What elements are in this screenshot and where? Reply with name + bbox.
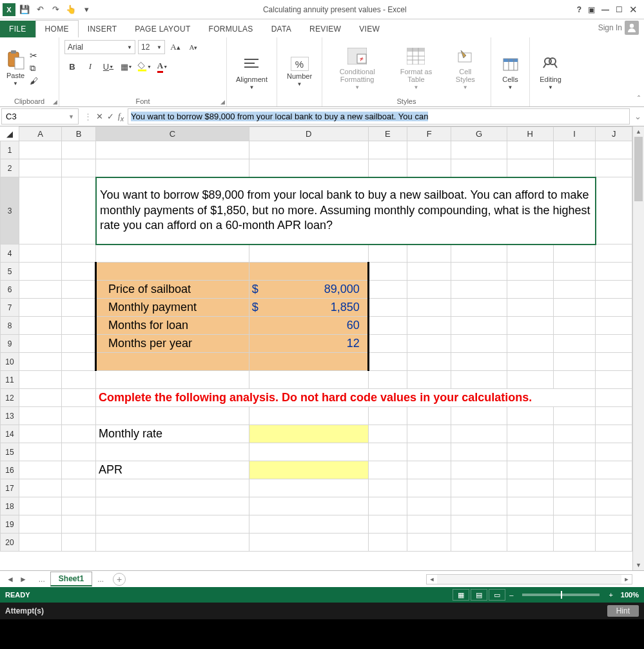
sheet-tab-sheet1[interactable]: Sheet1	[50, 572, 92, 586]
vertical-scrollbar[interactable]: ▲ ▼	[632, 126, 644, 570]
help-icon[interactable]: ?	[577, 5, 581, 14]
row-header-5[interactable]: 5	[1, 263, 19, 281]
tab-view[interactable]: VIEW	[350, 21, 389, 37]
sheet-tabs-more-right[interactable]: ...	[92, 575, 109, 584]
row-header-16[interactable]: 16	[1, 461, 19, 479]
name-box-dropdown-icon[interactable]: ▼	[68, 114, 74, 120]
fill-color-button[interactable]: ▼	[137, 59, 152, 74]
sheet-tabs-more-left[interactable]: ...	[34, 575, 50, 584]
paste-button[interactable]: Paste ▼	[5, 50, 26, 86]
cell-C16[interactable]: APR	[96, 461, 249, 479]
row-header-2[interactable]: 2	[1, 159, 19, 177]
zoom-slider[interactable]	[522, 594, 600, 596]
decrease-font-icon[interactable]: A▾	[186, 40, 201, 54]
tab-formulas[interactable]: FORMULAS	[200, 21, 262, 37]
zoom-out-icon[interactable]: –	[507, 591, 516, 599]
cell-C8[interactable]: Months for loan	[96, 317, 249, 335]
cell-D16[interactable]	[249, 461, 368, 479]
formula-split-icon[interactable]: ⋮	[84, 112, 92, 121]
border-button[interactable]: ▦▼	[119, 59, 134, 74]
sheet-nav-first-icon[interactable]: ◄	[6, 575, 14, 584]
col-header-B[interactable]: B	[62, 127, 96, 141]
scroll-down-icon[interactable]: ▼	[633, 560, 644, 570]
row-header-10[interactable]: 10	[1, 353, 19, 371]
scroll-thumb[interactable]	[634, 137, 643, 201]
maximize-icon[interactable]: ☐	[616, 5, 623, 14]
row-header-15[interactable]: 15	[1, 443, 19, 461]
col-header-G[interactable]: G	[451, 127, 507, 141]
clipboard-launcher-icon[interactable]: ◢	[53, 99, 57, 105]
sheet-nav-last-icon[interactable]: ►	[19, 575, 27, 584]
number-button[interactable]: % Number▼	[287, 57, 312, 87]
save-icon[interactable]: 💾	[18, 3, 31, 16]
row-header-13[interactable]: 13	[1, 407, 19, 425]
tab-home[interactable]: HOME	[35, 20, 79, 37]
qat-customize-icon[interactable]: ▾	[80, 3, 93, 16]
expand-formula-bar-icon[interactable]: ⌄	[631, 107, 644, 126]
scroll-up-icon[interactable]: ▲	[633, 126, 644, 137]
row-header-20[interactable]: 20	[1, 534, 19, 552]
row-header-19[interactable]: 19	[1, 515, 19, 534]
tab-page-layout[interactable]: PAGE LAYOUT	[126, 21, 199, 37]
cell-styles-button[interactable]: Cell Styles▼	[449, 46, 482, 90]
col-header-H[interactable]: H	[507, 127, 553, 141]
copy-icon[interactable]: ⧉	[30, 63, 38, 74]
cell-C6[interactable]: Price of sailboat	[96, 281, 249, 299]
page-layout-view-icon[interactable]: ▤	[471, 589, 487, 601]
row-header-18[interactable]: 18	[1, 497, 19, 515]
row-header-17[interactable]: 17	[1, 479, 19, 497]
name-box[interactable]: C3 ▼	[1, 108, 79, 125]
enter-edit-icon[interactable]: ✓	[107, 112, 114, 121]
cell-D8[interactable]: 60	[249, 317, 368, 335]
scroll-right-icon[interactable]: ►	[621, 576, 632, 583]
alignment-button[interactable]: Alignment▼	[236, 54, 268, 90]
cell-D14[interactable]	[249, 425, 368, 443]
col-header-F[interactable]: F	[407, 127, 451, 141]
cancel-edit-icon[interactable]: ✕	[96, 112, 103, 121]
row-header-4[interactable]: 4	[1, 245, 19, 263]
hint-button[interactable]: Hint	[607, 605, 639, 617]
col-header-J[interactable]: J	[596, 127, 632, 141]
cell-C14[interactable]: Monthly rate	[96, 425, 249, 443]
italic-button[interactable]: I	[83, 59, 98, 74]
cut-icon[interactable]: ✂	[30, 50, 38, 61]
font-launcher-icon[interactable]: ◢	[220, 99, 225, 105]
cell-D6[interactable]: $89,000	[249, 281, 368, 299]
cells-button[interactable]: Cells▼	[500, 54, 521, 90]
cell-C12[interactable]: Complete the following analysis. Do not …	[96, 389, 596, 407]
tab-review[interactable]: REVIEW	[300, 21, 350, 37]
underline-button[interactable]: U▼	[101, 59, 116, 74]
horizontal-scrollbar[interactable]: ◄ ►	[426, 574, 632, 584]
increase-font-icon[interactable]: A▴	[168, 40, 183, 54]
format-painter-icon[interactable]: 🖌	[30, 76, 38, 86]
font-color-button[interactable]: A▼	[155, 59, 170, 74]
tab-insert[interactable]: INSERT	[79, 21, 126, 37]
cell-C9[interactable]: Months per year	[96, 335, 249, 353]
ribbon-options-icon[interactable]: ▣	[588, 5, 595, 14]
row-header-12[interactable]: 12	[1, 389, 19, 407]
cell-D7[interactable]: $1,850	[249, 299, 368, 317]
undo-icon[interactable]: ↶	[34, 3, 46, 16]
new-sheet-button[interactable]: +	[113, 573, 126, 586]
font-size-select[interactable]: 12▼	[138, 40, 165, 54]
cell-D9[interactable]: 12	[249, 335, 368, 353]
formula-input[interactable]: You want to borrow $89,000 from your loc…	[128, 108, 630, 125]
select-all-corner[interactable]: ◢	[1, 127, 19, 141]
col-header-D[interactable]: D	[249, 127, 368, 141]
bold-button[interactable]: B	[64, 59, 80, 74]
zoom-level[interactable]: 100%	[617, 591, 639, 599]
row-header-3[interactable]: 3	[1, 177, 19, 245]
scroll-left-icon[interactable]: ◄	[427, 576, 437, 583]
format-as-table-button[interactable]: Format as Table▼	[395, 46, 437, 90]
col-header-A[interactable]: A	[19, 127, 61, 141]
collapse-ribbon-icon[interactable]: ˆ	[638, 95, 640, 104]
cell-C3[interactable]: You want to borrow $89,000 from your loc…	[96, 177, 596, 245]
col-header-E[interactable]: E	[368, 127, 407, 141]
col-header-C[interactable]: C	[96, 127, 249, 141]
row-header-8[interactable]: 8	[1, 317, 19, 335]
row-header-1[interactable]: 1	[1, 141, 19, 159]
font-name-select[interactable]: Arial▼	[64, 40, 135, 54]
tab-data[interactable]: DATA	[262, 21, 300, 37]
editing-button[interactable]: Editing▼	[540, 54, 561, 90]
insert-function-icon[interactable]: fx	[118, 111, 124, 123]
